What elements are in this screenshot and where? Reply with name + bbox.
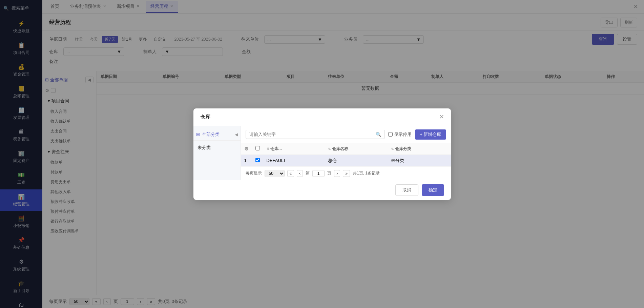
sort-icon-name: ⇅: [328, 147, 331, 151]
all-category-btn[interactable]: 全部分类: [202, 131, 220, 138]
add-warehouse-btn[interactable]: + 新增仓库: [415, 129, 446, 140]
modal-prev-page[interactable]: ‹: [297, 170, 303, 177]
modal-body: ⊞ 全部分类 ◀ 未分类 🔍 显示停用: [193, 126, 451, 180]
modal-table-area: ⚙ ⇅ 仓库... ⇅: [241, 143, 451, 167]
col-name-label: 仓库名称: [332, 146, 348, 151]
grid-icon-modal: ⊞: [196, 132, 200, 137]
table-row[interactable]: 1 DEFAULT 总仓 未分类: [241, 155, 451, 166]
modal-col-name: ⇅ 仓库名称: [325, 143, 388, 155]
modal-collapse-btn[interactable]: ◀: [235, 132, 238, 137]
confirm-button[interactable]: 确定: [422, 184, 444, 196]
row-name: 总仓: [325, 155, 388, 166]
modal-title: 仓库: [200, 114, 210, 120]
modal-page-input[interactable]: [312, 170, 325, 177]
modal-next-page[interactable]: ›: [334, 170, 340, 177]
modal-close-btn[interactable]: ✕: [439, 114, 444, 120]
modal-header: 仓库 ✕: [193, 108, 451, 126]
show-disabled-checkbox[interactable]: 显示停用: [388, 131, 412, 138]
modal-search-box[interactable]: 🔍: [246, 130, 385, 139]
modal-first-page[interactable]: «: [287, 170, 294, 177]
show-disabled-label: 显示停用: [394, 131, 412, 138]
modal-overlay: 仓库 ✕ ⊞ 全部分类 ◀ 未分类: [0, 0, 644, 308]
settings-gear-icon[interactable]: ⚙: [244, 146, 249, 151]
modal-pagination: 每页显示 50 100 « ‹ 第 页 › » 共1页, 1条记录: [241, 167, 451, 180]
modal-last-page[interactable]: »: [343, 170, 350, 177]
modal-right-panel: 🔍 显示停用 + 新增仓库 ⚙: [241, 126, 451, 180]
modal-col-check[interactable]: [252, 143, 263, 155]
row-settings[interactable]: 1: [241, 155, 252, 166]
row-check-input[interactable]: [255, 158, 260, 162]
modal-category-uncategorized[interactable]: 未分类: [193, 142, 241, 153]
sort-icon-code: ⇅: [267, 147, 269, 151]
modal-col-category: ⇅ 仓库分类: [388, 143, 451, 155]
modal-search-icon: 🔍: [376, 132, 381, 137]
modal-footer: 取消 确定: [193, 180, 451, 200]
modal-per-page-label: 每页显示: [246, 170, 262, 176]
modal-per-page-select[interactable]: 50 100: [265, 170, 285, 177]
cancel-button[interactable]: 取消: [395, 184, 418, 196]
modal-left-panel: ⊞ 全部分类 ◀ 未分类: [193, 126, 241, 180]
warehouse-modal: 仓库 ✕ ⊞ 全部分类 ◀ 未分类: [193, 108, 451, 200]
modal-toolbar: 🔍 显示停用 + 新增仓库: [241, 126, 451, 143]
modal-select-all[interactable]: [255, 146, 260, 150]
modal-col-code: ⇅ 仓库...: [263, 143, 325, 155]
row-code: DEFAULT: [263, 155, 325, 166]
row-checkbox[interactable]: [252, 155, 263, 166]
modal-search-input[interactable]: [249, 132, 374, 137]
modal-page-label: 第: [306, 170, 310, 176]
modal-table: ⚙ ⇅ 仓库... ⇅: [241, 143, 451, 167]
row-category: 未分类: [388, 155, 451, 166]
modal-total-label: 共1页, 1条记录: [353, 170, 380, 176]
uncategorized-label: 未分类: [198, 145, 211, 151]
col-category-label: 仓库分类: [395, 146, 411, 151]
sort-icon-category: ⇅: [391, 147, 394, 151]
disabled-checkbox-input[interactable]: [388, 132, 393, 137]
col-code-label: 仓库...: [270, 146, 282, 151]
modal-page-suffix: 页: [327, 170, 331, 176]
modal-col-settings[interactable]: ⚙: [241, 143, 252, 155]
